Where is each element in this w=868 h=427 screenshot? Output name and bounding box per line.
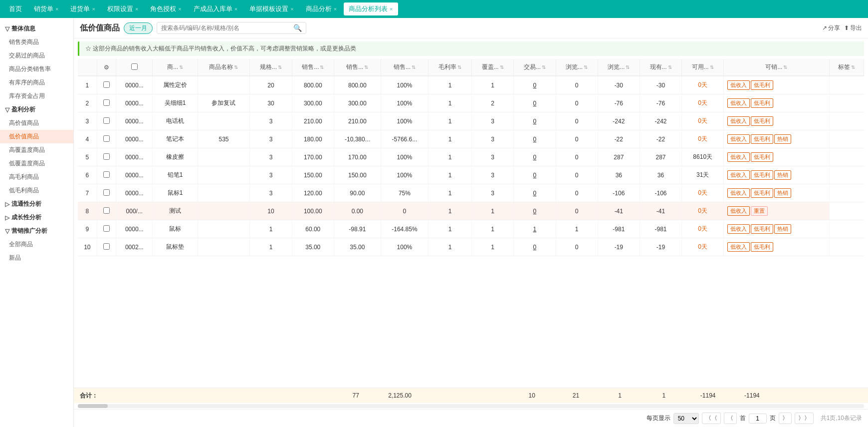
sort-icon[interactable]: ⇅ [278,64,282,70]
sidebar-item-高覆盖度商品[interactable]: 高覆盖度商品 [0,143,73,157]
sidebar-item-低覆盖度商品[interactable]: 低覆盖度商品 [0,157,73,170]
browse1-link[interactable]: 0 [533,118,537,125]
row-select-checkbox[interactable] [103,189,110,196]
row-browse1[interactable]: 0 [514,166,556,184]
sort-icon[interactable]: ⇅ [668,64,672,70]
sidebar-item-销售类商品[interactable]: 销售类商品 [0,35,73,49]
browse1-link[interactable]: 0 [533,154,537,161]
sidebar-item-商品分类销售率[interactable]: 商品分类销售率 [0,62,73,76]
sidebar-group-盈利分析[interactable]: ▽盈利分析 [0,103,73,116]
browse1-link[interactable]: 0 [533,172,537,179]
sidebar-item-全部商品[interactable]: 全部商品 [0,238,73,251]
row-select-checkbox[interactable] [103,171,110,178]
row-browse1[interactable]: 0 [514,76,556,94]
row-select-checkbox[interactable] [103,117,110,124]
nav-item-商品分析[interactable]: 商品分析× [301,2,342,15]
nav-item-角色授权[interactable]: 角色授权× [145,2,186,15]
browse1-link[interactable]: 0 [533,136,537,143]
sidebar-item-高价值商品[interactable]: 高价值商品 [0,116,73,130]
row-select-checkbox[interactable] [103,81,110,88]
sort-icon[interactable]: ⇅ [412,64,416,70]
row-select-checkbox[interactable] [103,225,110,232]
sort-icon[interactable]: ⇅ [234,64,238,70]
share-button[interactable]: ↗ 分享 [822,24,840,32]
browse1-link[interactable]: 1 [533,226,537,233]
settings-icon[interactable]: ⚙ [104,64,109,71]
export-button[interactable]: ⬆ 导出 [844,24,862,32]
row-checkbox[interactable] [97,202,116,220]
sidebar-group-成长性分析[interactable]: ▷成长性分析 [0,211,73,224]
col-checkbox[interactable] [116,59,153,76]
close-icon[interactable]: × [92,6,95,12]
row-select-checkbox[interactable] [103,153,110,160]
row-browse1[interactable]: 1 [514,220,556,238]
close-icon[interactable]: × [178,6,181,12]
close-icon[interactable]: × [234,6,237,12]
row-checkbox[interactable] [97,238,116,256]
row-checkbox[interactable] [97,166,116,184]
row-checkbox[interactable] [97,94,116,112]
sidebar-item-高毛利商品[interactable]: 高毛利商品 [0,170,73,184]
browse1-link[interactable]: 0 [533,244,537,251]
page-number-input[interactable] [749,414,767,424]
nav-item-产成品入库单[interactable]: 产成品入库单× [189,2,242,15]
filter-month-button[interactable]: 近一月 [124,22,153,34]
sidebar-group-整体信息[interactable]: ▽整体信息 [0,22,73,35]
browse1-link[interactable]: 0 [533,100,537,107]
per-page-select[interactable]: 50 100 200 [673,413,699,424]
sort-icon[interactable]: ⇅ [783,64,787,70]
select-all-checkbox[interactable] [131,63,138,70]
sidebar-item-新品[interactable]: 新品 [0,251,73,265]
row-browse1[interactable]: 0 [514,184,556,202]
prev-page-button[interactable]: 〈 [724,413,737,424]
sort-icon[interactable]: ⇅ [851,64,855,70]
row-select-checkbox[interactable] [103,135,110,142]
horizontal-scrollbar[interactable] [78,404,864,408]
close-icon[interactable]: × [334,6,337,12]
row-checkbox[interactable] [97,112,116,130]
sort-icon[interactable]: ⇅ [584,64,588,70]
sidebar-item-有库序的商品[interactable]: 有库序的商品 [0,76,73,89]
sort-icon[interactable]: ⇅ [542,64,546,70]
row-checkbox[interactable] [97,148,116,166]
nav-item-单据模板设置[interactable]: 单据模板设置× [244,2,298,15]
sort-icon[interactable]: ⇅ [500,64,504,70]
nav-item-首页[interactable]: 首页 [4,2,27,15]
last-page-button[interactable]: 〉〉 [795,413,814,424]
row-browse1[interactable]: 0 [514,202,556,220]
sidebar-item-低毛利商品[interactable]: 低毛利商品 [0,184,73,197]
row-browse1[interactable]: 0 [514,94,556,112]
nav-item-商品分析列表[interactable]: 商品分析列表× [344,2,398,15]
row-browse1[interactable]: 0 [514,148,556,166]
close-icon[interactable]: × [55,6,58,12]
row-checkbox[interactable] [97,130,116,148]
search-input[interactable] [161,24,291,31]
row-checkbox[interactable] [97,184,116,202]
nav-item-销货单[interactable]: 销货单× [29,2,63,15]
row-select-checkbox[interactable] [103,99,110,106]
sort-icon[interactable]: ⇅ [457,64,461,70]
browse1-link[interactable]: 0 [533,190,537,197]
browse1-link[interactable]: 0 [533,82,537,89]
browse1-link[interactable]: 0 [533,208,537,215]
nav-item-权限设置[interactable]: 权限设置× [102,2,143,15]
sidebar-group-营销推广分析[interactable]: ▽营销推广分析 [0,224,73,238]
row-browse1[interactable]: 0 [514,112,556,130]
row-browse1[interactable]: 0 [514,130,556,148]
sort-icon[interactable]: ⇅ [364,64,368,70]
row-select-checkbox[interactable] [103,207,110,214]
row-checkbox[interactable] [97,76,116,94]
sort-icon[interactable]: ⇅ [710,64,714,70]
close-icon[interactable]: × [290,6,293,12]
row-checkbox[interactable] [97,220,116,238]
sidebar-item-库存资金占用[interactable]: 库存资金占用 [0,89,73,103]
sort-icon[interactable]: ⇅ [626,64,630,70]
first-page-button[interactable]: 〈〈 [702,413,721,424]
sidebar-item-低价值商品[interactable]: 低价值商品 [0,130,73,143]
sidebar-item-交易过的商品[interactable]: 交易过的商品 [0,49,73,62]
row-select-checkbox[interactable] [103,243,110,250]
next-page-button[interactable]: 〉 [779,413,792,424]
sort-icon[interactable]: ⇅ [179,64,183,70]
close-icon[interactable]: × [135,6,138,12]
row-browse1[interactable]: 0 [514,238,556,256]
